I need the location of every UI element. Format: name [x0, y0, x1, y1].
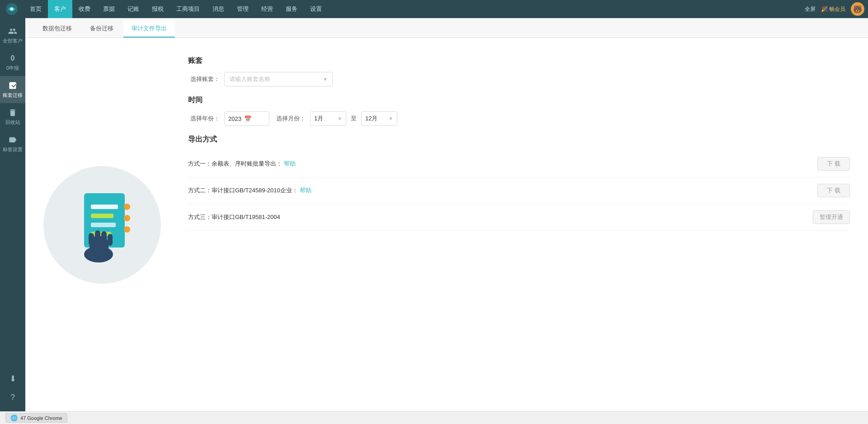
tab-audit-export[interactable]: 审计文件导出	[123, 20, 175, 38]
export-section-title: 导出方式	[188, 135, 850, 144]
bottom-bar: 🌐 47 Google Chrome	[0, 411, 868, 424]
to-text: 至	[351, 114, 357, 123]
tab-backup-migration[interactable]: 备份迁移	[82, 20, 122, 38]
nav-business[interactable]: 工商项目	[170, 0, 206, 18]
sidebar-label-zero-report: 0申报	[6, 65, 19, 71]
export-method-3-text: 方式三：审计接口GB/T19581-2004	[188, 213, 808, 221]
tabs-bar: 数据包迁移 备份迁移 审计文件导出	[25, 18, 868, 38]
sidebar-item-recycle[interactable]: 回收站	[0, 103, 25, 130]
svg-point-1	[10, 8, 13, 10]
svg-rect-12	[89, 233, 94, 246]
calendar-icon: 📅	[244, 115, 251, 122]
year-value: 2023	[228, 115, 241, 122]
nav-tax[interactable]: 报税	[146, 0, 170, 18]
time-section-title: 时间	[188, 95, 850, 105]
nav-manage[interactable]: 管理	[231, 0, 255, 18]
illustration-area	[43, 52, 161, 398]
end-month-value: 12月	[365, 114, 377, 123]
page-content: 账套 选择账套： 请输入账套名称 ▼ 时间 选择年份： 2023 📅	[25, 38, 868, 411]
account-select-label: 选择账套：	[188, 75, 220, 83]
account-select-placeholder: 请输入账套名称	[229, 75, 270, 83]
sidebar-bottom: ⬇ ?	[6, 370, 20, 411]
sidebar-item-migrate[interactable]: 账套迁移	[0, 76, 25, 103]
chevron-down-icon-end: ▼	[388, 116, 393, 121]
migrate-icon	[8, 81, 18, 91]
export-method-3-row: 方式三：审计接口GB/T19581-2004 暂缓开通	[188, 204, 850, 231]
sidebar-item-tag-settings[interactable]: 标签设置	[0, 130, 25, 157]
trash-icon	[8, 108, 18, 118]
tab-data-migration[interactable]: 数据包迁移	[34, 20, 80, 38]
illustration-circle	[43, 166, 161, 284]
export-method-2-row: 方式二：审计接口GB/T24589-2010企业：帮助 下 载	[188, 177, 850, 204]
sidebar-item-zero-report[interactable]: 0 0申报	[0, 49, 25, 76]
nav-items: 首页 客户 收费 票据 记账 报税 工商项目 消息 管理 经营 服务 设置	[24, 0, 805, 18]
taskbar-label: 47 Google Chrome	[20, 415, 62, 421]
left-sidebar: 全部客户 0 0申报 账套迁移 回收站 标签设置 ⬇ ?	[0, 18, 25, 411]
chevron-down-icon: ▼	[323, 76, 328, 82]
sidebar-item-all-customers[interactable]: 全部客户	[0, 22, 25, 49]
svg-rect-13	[95, 230, 100, 246]
top-nav-right: 全屏 🎉 畅会员 🐻	[805, 2, 864, 16]
help-link-2[interactable]: 帮助	[300, 187, 311, 194]
nav-home[interactable]: 首页	[24, 0, 48, 18]
chevron-down-icon-month: ▼	[337, 116, 342, 121]
svg-rect-14	[101, 231, 107, 246]
main-layout: 全部客户 0 0申报 账套迁移 回收站 标签设置 ⬇ ?	[0, 18, 868, 411]
chrome-icon: 🌐	[10, 414, 18, 421]
nav-bills[interactable]: 票据	[97, 0, 121, 18]
download-icon[interactable]: ⬇	[6, 370, 20, 387]
export-method-1-row: 方式一：余额表、序时账批量导出：帮助 下 载	[188, 151, 850, 177]
nav-customer[interactable]: 客户	[48, 0, 72, 18]
help-link-1[interactable]: 帮助	[284, 160, 296, 167]
export-method-2-text: 方式二：审计接口GB/T24589-2010企业：帮助	[188, 186, 813, 195]
account-select[interactable]: 请输入账套名称 ▼	[224, 72, 333, 86]
svg-point-9	[124, 226, 130, 233]
svg-rect-15	[108, 234, 113, 246]
app-logo[interactable]	[4, 1, 20, 17]
start-month-value: 1月	[314, 114, 323, 123]
svg-point-8	[124, 215, 130, 221]
top-nav: 首页 客户 收费 票据 记账 报税 工商项目 消息 管理 经营 服务 设置 全屏…	[0, 0, 868, 18]
people-icon	[8, 26, 18, 36]
account-select-row: 选择账套： 请输入账套名称 ▼	[188, 72, 850, 86]
download-btn-1[interactable]: 下 载	[817, 157, 850, 171]
sidebar-label-all-customers: 全部客户	[3, 38, 23, 44]
svg-point-7	[124, 204, 130, 210]
export-method-1-text: 方式一：余额表、序时账批量导出：帮助	[188, 160, 813, 168]
svg-rect-5	[91, 223, 116, 227]
nav-messages[interactable]: 消息	[206, 0, 231, 18]
help-icon[interactable]: ?	[7, 389, 19, 406]
taskbar-chrome[interactable]: 🌐 47 Google Chrome	[5, 413, 67, 423]
sidebar-label-migrate: 账套迁移	[3, 92, 23, 99]
year-input[interactable]: 2023 📅	[224, 111, 269, 126]
form-area: 账套 选择账套： 请输入账套名称 ▼ 时间 选择年份： 2023 📅	[188, 52, 850, 398]
tag-icon	[8, 135, 18, 145]
start-month-select[interactable]: 1月 ▼	[310, 111, 346, 126]
nav-settings[interactable]: 设置	[304, 0, 328, 18]
nav-bookkeeping[interactable]: 记账	[121, 0, 146, 18]
download-btn-2[interactable]: 下 载	[817, 184, 850, 197]
export-section: 导出方式 方式一：余额表、序时账批量导出：帮助 下 载 方式二：审计接口GB/T…	[188, 135, 850, 231]
sidebar-label-recycle: 回收站	[5, 119, 20, 126]
end-month-select[interactable]: 12月 ▼	[361, 111, 397, 126]
svg-rect-4	[91, 214, 113, 218]
year-label: 选择年份：	[188, 114, 220, 123]
nav-operations[interactable]: 经营	[255, 0, 279, 18]
nav-fees[interactable]: 收费	[72, 0, 97, 18]
unlock-btn-3[interactable]: 暂缓开通	[813, 210, 850, 224]
sidebar-label-tag-settings: 标签设置	[3, 146, 23, 153]
fullscreen-btn[interactable]: 全屏	[805, 5, 816, 13]
zero-report-icon: 0	[8, 53, 18, 63]
svg-rect-3	[91, 205, 118, 209]
account-section-title: 账套	[188, 56, 850, 66]
avatar[interactable]: 🐻	[851, 2, 864, 16]
time-select-row: 选择年份： 2023 📅 选择月份： 1月 ▼ 至 12月 ▼	[188, 111, 850, 126]
nav-service[interactable]: 服务	[279, 0, 304, 18]
month-label: 选择月份：	[274, 114, 306, 123]
member-btn[interactable]: 🎉 畅会员	[821, 5, 845, 13]
content-area: 数据包迁移 备份迁移 审计文件导出	[25, 18, 868, 411]
